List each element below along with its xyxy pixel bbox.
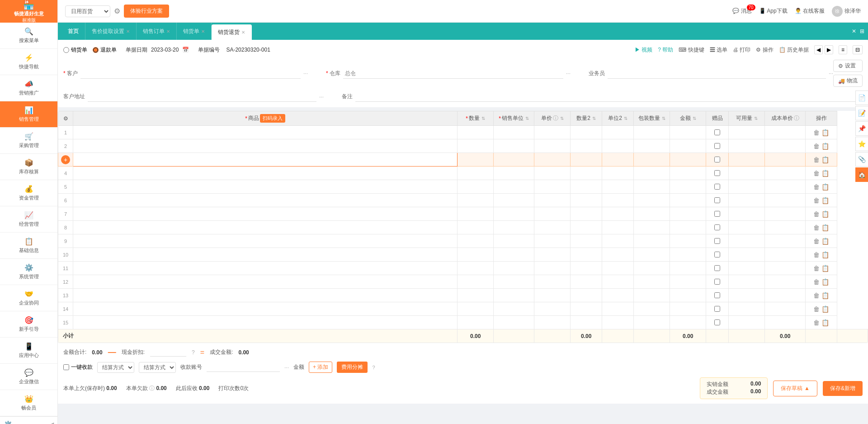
- amount-cell[interactable]: [670, 139, 706, 153]
- address-input[interactable]: [88, 91, 316, 102]
- gift-checkbox[interactable]: [714, 252, 720, 257]
- copy-active-btn[interactable]: 📋: [821, 156, 829, 163]
- gift-cell-active[interactable]: [706, 153, 729, 167]
- save-draft-button[interactable]: 保存草稿 ▲: [773, 381, 817, 396]
- gift-checkbox[interactable]: [714, 319, 720, 325]
- sidebar-item-marketing[interactable]: 📣 营销推广: [0, 75, 57, 101]
- tab-close-all[interactable]: ✕: [852, 28, 856, 34]
- price-sort[interactable]: ⇅: [560, 116, 564, 121]
- sidebar-item-member[interactable]: 👑 畅会员: [0, 390, 57, 416]
- shortcuts-link[interactable]: ⌨ 快捷键: [679, 46, 704, 54]
- sales-unit-cell[interactable]: [494, 139, 534, 153]
- sidebar-item-cooperation[interactable]: 🤝 企业协同: [0, 285, 57, 311]
- video-link[interactable]: ▶ 视频: [635, 46, 652, 54]
- discount-input[interactable]: [150, 348, 186, 357]
- gift-checkbox[interactable]: [714, 211, 720, 217]
- radio-sales[interactable]: 销货单: [63, 46, 87, 54]
- more-accounts[interactable]: ···: [284, 364, 289, 371]
- copy-row-btn[interactable]: 📋: [821, 292, 829, 299]
- delete-row-btn[interactable]: 🗑: [813, 197, 820, 204]
- expense-split-btn[interactable]: 费用分摊: [337, 362, 368, 373]
- view-list-btn[interactable]: ≡: [839, 45, 847, 54]
- view-detail-btn[interactable]: ⊟: [853, 45, 863, 54]
- cost-price-cell[interactable]: [765, 139, 806, 153]
- side-star-btn[interactable]: ⭐: [855, 137, 868, 151]
- copy-row-btn[interactable]: 📋: [821, 278, 829, 286]
- tab-sales-return[interactable]: 销货退货 ✕: [212, 24, 252, 40]
- operations-link[interactable]: ⚙ 操作: [756, 46, 773, 54]
- quantity-cell[interactable]: [458, 126, 494, 139]
- pack-qty-cell-active[interactable]: [634, 153, 670, 167]
- available-cell-active[interactable]: [729, 153, 765, 167]
- add-payment-btn[interactable]: + 添加: [309, 362, 332, 373]
- tab-delivery-close[interactable]: ✕: [201, 29, 205, 34]
- radio-sales-input[interactable]: [63, 47, 69, 53]
- available-cell[interactable]: [729, 139, 765, 153]
- sidebar-item-apps[interactable]: 📱 应用中心: [0, 338, 57, 364]
- add-row-button[interactable]: +: [61, 155, 70, 164]
- next-record-btn[interactable]: ▶: [825, 45, 833, 54]
- delete-row-btn[interactable]: 🗑: [813, 251, 820, 258]
- tab-price-setting[interactable]: 售价提取设置 ✕: [85, 23, 137, 40]
- amount-cell-active[interactable]: [670, 153, 706, 167]
- cost-price-cell-active[interactable]: [765, 153, 806, 167]
- add-row-cell[interactable]: +: [58, 153, 73, 167]
- quantity-cell-active[interactable]: [458, 153, 494, 167]
- date-picker-btn[interactable]: 📅: [182, 47, 189, 53]
- delete-row-btn[interactable]: 🗑: [813, 129, 820, 136]
- sidebar-item-search[interactable]: 🔍 搜索菜单: [0, 23, 57, 49]
- product-cell[interactable]: [73, 139, 458, 153]
- unit2-cell-active[interactable]: [602, 153, 634, 167]
- gift-checkbox[interactable]: [714, 197, 720, 203]
- side-pin-btn[interactable]: 📌: [855, 121, 868, 136]
- customer-more-icon[interactable]: ···: [303, 70, 308, 76]
- quantity2-cell[interactable]: [571, 126, 602, 139]
- calc-method-select[interactable]: 结算方式: [139, 362, 176, 373]
- amount-sort[interactable]: ⇅: [693, 116, 696, 121]
- note-input[interactable]: [355, 91, 863, 102]
- gift-checkbox[interactable]: [714, 279, 720, 285]
- side-doc-btn[interactable]: 📄: [855, 91, 868, 105]
- avail-sort[interactable]: ⇅: [754, 116, 758, 121]
- warehouse-input[interactable]: [343, 68, 563, 79]
- delete-row-btn[interactable]: 🗑: [813, 183, 820, 191]
- sidebar-item-basic[interactable]: 📋 基础信息: [0, 233, 57, 259]
- copy-row-btn[interactable]: 📋: [821, 251, 829, 258]
- gift-checkbox-active[interactable]: [714, 157, 720, 162]
- gift-checkbox[interactable]: [714, 129, 720, 135]
- tab-maximize[interactable]: ⊞: [860, 28, 864, 34]
- topbar-gear-btn[interactable]: ⚙: [114, 7, 120, 15]
- sidebar-item-finance[interactable]: 💰 资金管理: [0, 180, 57, 206]
- q2-sort[interactable]: ⇅: [592, 116, 596, 121]
- select-link[interactable]: ☰ 选单: [710, 46, 727, 54]
- side-note-btn[interactable]: 📝: [855, 106, 868, 120]
- tab-sales-order[interactable]: 销售订单 ✕: [137, 23, 177, 40]
- unit-price-cell[interactable]: [534, 126, 571, 139]
- copy-row-btn[interactable]: 📋: [821, 210, 829, 218]
- delete-row-btn[interactable]: 🗑: [813, 278, 820, 286]
- app-download-link[interactable]: 📱 App下载: [759, 7, 788, 15]
- trial-button[interactable]: 体验行业方案: [124, 5, 169, 18]
- delete-row-btn[interactable]: 🗑: [813, 143, 820, 150]
- product-input-active[interactable]: [76, 157, 454, 163]
- gift-checkbox[interactable]: [714, 184, 720, 190]
- staff-input[interactable]: [608, 68, 826, 79]
- customer-input[interactable]: [80, 68, 301, 79]
- sidebar-item-wechat[interactable]: 💬 企业微信: [0, 364, 57, 390]
- amount-cell[interactable]: [670, 126, 706, 139]
- gift-checkbox[interactable]: [714, 170, 720, 176]
- sidebar-item-purchase[interactable]: 🛒 采购管理: [0, 128, 57, 154]
- th-settings[interactable]: ⚙: [58, 111, 73, 126]
- address-more-icon[interactable]: ···: [319, 94, 324, 100]
- one-click-label[interactable]: 一键收款: [63, 363, 93, 371]
- tab-sales-delivery[interactable]: 销货单 ✕: [177, 23, 212, 40]
- industry-select[interactable]: 日用百货: [65, 5, 110, 17]
- save-new-button[interactable]: 保存&新增: [823, 381, 863, 396]
- print-link[interactable]: 🖨 打印: [733, 46, 750, 54]
- sales-unit-cell[interactable]: [494, 126, 534, 139]
- delete-row-btn[interactable]: 🗑: [813, 170, 820, 177]
- delete-row-btn[interactable]: 🗑: [813, 305, 820, 313]
- collapse-btn[interactable]: ◀: [48, 420, 54, 424]
- pack-qty-cell[interactable]: [634, 139, 670, 153]
- gift-cell[interactable]: [706, 139, 729, 153]
